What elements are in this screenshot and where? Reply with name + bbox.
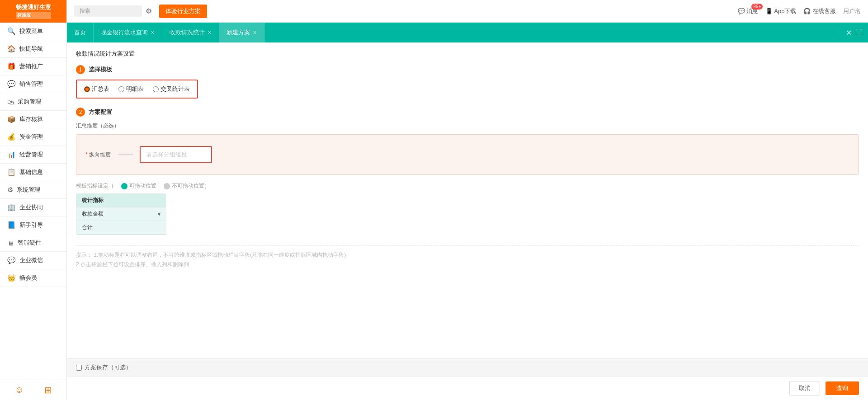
sidebar-item-label: 采购管理 — [18, 98, 41, 106]
sales-icon: 💬 — [7, 80, 16, 88]
radio-detail[interactable]: 明细表 — [118, 85, 144, 93]
sidebar-item-label: 畅会员 — [19, 274, 37, 282]
save-checkbox[interactable] — [76, 365, 82, 371]
tab-close-icon[interactable]: ✕ — [253, 30, 257, 36]
page-title: 收款情况统计方案设置 — [76, 50, 859, 58]
settings-icon[interactable]: ⚙ — [146, 7, 152, 15]
sidebar-item-label: 新手引导 — [19, 221, 43, 229]
sidebar-item-label: 快捷导航 — [19, 45, 43, 53]
tab-new-plan-label: 新建方案 — [226, 28, 250, 37]
footer-bar: 取消 查询 — [67, 376, 868, 400]
sidebar-item-wechat[interactable]: 💬 企业微信 — [0, 252, 66, 269]
step1-section: 1 选择模板 汇总表 明细表 交叉统计表 — [76, 65, 859, 99]
summary-dim-title: 汇总维度（必选） — [76, 122, 859, 130]
radio-detail-input[interactable] — [118, 86, 124, 92]
metrics-cell-payment[interactable]: 收款金额 ▾ — [76, 207, 166, 221]
home-icon: 🏠 — [7, 45, 16, 53]
tip-text-2: 2.点击标题栏下拉可设置排序、插入列和删除列 — [76, 261, 189, 268]
metrics-section: 模板指标设定（ 可拖动位置 不可拖动位置） 统计指标 — [76, 182, 859, 236]
search-placeholder: 搜索 — [80, 8, 90, 14]
step1-num: 1 — [76, 65, 85, 74]
gift-icon: 🎁 — [7, 62, 16, 71]
tab-bar: 首页 现金银行流水查询 ✕ 收款情况统计 ✕ 新建方案 ✕ ✕ ⛶ — [67, 23, 868, 42]
sidebar-bottom-icon2[interactable]: ⊞ — [44, 385, 52, 395]
window-close-icon[interactable]: ✕ — [846, 28, 852, 37]
radio-cross-label: 交叉统计表 — [160, 85, 190, 93]
message-button[interactable]: 💬 消息 99+ — [738, 7, 759, 15]
dimension-select[interactable]: 请选择分组维度 — [140, 146, 212, 163]
draggable-label: 可拖动位置 — [129, 182, 156, 190]
radio-cross-input[interactable] — [153, 86, 159, 92]
tab-bar-actions: ✕ ⛶ — [846, 28, 868, 37]
radio-cross[interactable]: 交叉统计表 — [153, 85, 190, 93]
step1-header: 1 选择模板 — [76, 65, 859, 74]
tab-payment-stat[interactable]: 收款情况统计 ✕ — [162, 23, 219, 42]
non-draggable-hint: 不可拖动位置） — [164, 182, 210, 190]
vertical-dim-text: 纵向维度 — [89, 151, 111, 158]
message-icon: 💬 — [738, 8, 745, 14]
sidebar-item-hardware[interactable]: 🖥 智能硬件 — [0, 234, 66, 252]
tab-cash-flow[interactable]: 现金银行流水查询 ✕ — [94, 23, 162, 42]
app-download-button[interactable]: 📱 App下载 — [765, 7, 796, 15]
sidebar-item-marketing[interactable]: 🎁 营销推广 — [0, 58, 66, 75]
radio-summary-input[interactable] — [84, 86, 90, 92]
radio-summary[interactable]: 汇总表 — [84, 85, 109, 93]
sidebar-item-basicinfo[interactable]: 📋 基础信息 — [0, 164, 66, 181]
hardware-icon: 🖥 — [7, 239, 14, 247]
tab-cash-flow-label: 现金银行流水查询 — [101, 28, 148, 37]
message-count: 99+ — [751, 4, 763, 9]
user-profile[interactable]: 用户名 — [843, 7, 861, 15]
sidebar-item-guide[interactable]: 📘 新手引导 — [0, 216, 66, 234]
guide-icon: 📘 — [7, 221, 16, 229]
header-search[interactable]: 搜索 — [74, 5, 142, 17]
sidebar-item-sales[interactable]: 💬 销售管理 — [0, 75, 66, 93]
sidebar-item-search[interactable]: 🔍 搜索菜单 — [0, 23, 66, 40]
header-right: 💬 消息 99+ 📱 App下载 🎧 在线客服 用户名 — [738, 7, 861, 15]
tab-close-icon[interactable]: ✕ — [208, 30, 212, 36]
content-area: 收款情况统计方案设置 1 选择模板 汇总表 明细表 — [67, 42, 868, 400]
sidebar-item-operations[interactable]: 📊 经营管理 — [0, 146, 66, 164]
vertical-label: * 纵向维度 — [85, 151, 111, 159]
industry-button[interactable]: 体验行业方案 — [159, 5, 207, 18]
sidebar-item-purchase[interactable]: 🛍 采购管理 — [0, 93, 66, 111]
inventory-icon: 📦 — [7, 115, 16, 123]
sidebar-item-member[interactable]: 👑 畅会员 — [0, 269, 66, 287]
top-header: 搜索 ⚙ 体验行业方案 💬 消息 99+ 📱 App下载 🎧 在线客服 用户名 — [67, 0, 868, 23]
online-service-button[interactable]: 🎧 在线客服 — [803, 7, 836, 15]
basicinfo-icon: 📋 — [7, 168, 16, 176]
sidebar-item-inventory[interactable]: 📦 库存核算 — [0, 111, 66, 128]
tab-new-plan[interactable]: 新建方案 ✕ — [219, 23, 264, 42]
save-section: 方案保存（可选） — [67, 358, 868, 376]
step1-title: 选择模板 — [89, 66, 112, 74]
step2-title: 方案配置 — [89, 108, 112, 116]
save-label[interactable]: 方案保存（可选） — [85, 363, 132, 372]
main-area: 搜索 ⚙ 体验行业方案 💬 消息 99+ 📱 App下载 🎧 在线客服 用户名 — [67, 0, 868, 400]
tab-home[interactable]: 首页 — [67, 23, 94, 42]
cancel-button[interactable]: 取消 — [789, 381, 820, 395]
sidebar-bottom-icon1[interactable]: ☺ — [14, 385, 24, 395]
funds-icon: 💰 — [7, 133, 16, 141]
sidebar-item-funds[interactable]: 💰 资金管理 — [0, 128, 66, 146]
sidebar-item-system[interactable]: ⚙ 系统管理 — [0, 181, 66, 199]
member-icon: 👑 — [7, 274, 16, 282]
draggable-hint: 可拖动位置 — [121, 182, 156, 190]
window-expand-icon[interactable]: ⛶ — [855, 28, 863, 37]
query-button[interactable]: 查询 — [826, 381, 859, 395]
non-draggable-label: 不可拖动位置） — [172, 182, 210, 190]
draggable-dot — [121, 183, 127, 189]
content-inner: 收款情况统计方案设置 1 选择模板 汇总表 明细表 — [67, 42, 868, 358]
sidebar-item-label: 资金管理 — [19, 133, 43, 141]
service-icon: 🎧 — [803, 8, 811, 14]
logo-badge: 标准版 — [16, 12, 51, 19]
arrow-icon: —— — [118, 151, 132, 159]
sidebar-item-label: 经营管理 — [19, 151, 43, 159]
sidebar-item-quicknav[interactable]: 🏠 快捷导航 — [0, 40, 66, 58]
sidebar-item-enterprise[interactable]: 🏢 企业协同 — [0, 199, 66, 216]
summary-dim-label: 汇总维度（必选） — [76, 122, 119, 130]
step2-section: 2 方案配置 汇总维度（必选） * 纵向维度 —— 请选 — [76, 108, 859, 268]
sidebar-item-label: 智能硬件 — [18, 239, 41, 247]
sidebar-item-label: 库存核算 — [19, 115, 43, 123]
tip-item-2: 2.点击标题栏下拉可设置排序、插入列和删除列 — [76, 261, 859, 268]
tab-close-icon[interactable]: ✕ — [151, 30, 155, 36]
sidebar-item-label: 系统管理 — [17, 186, 40, 194]
